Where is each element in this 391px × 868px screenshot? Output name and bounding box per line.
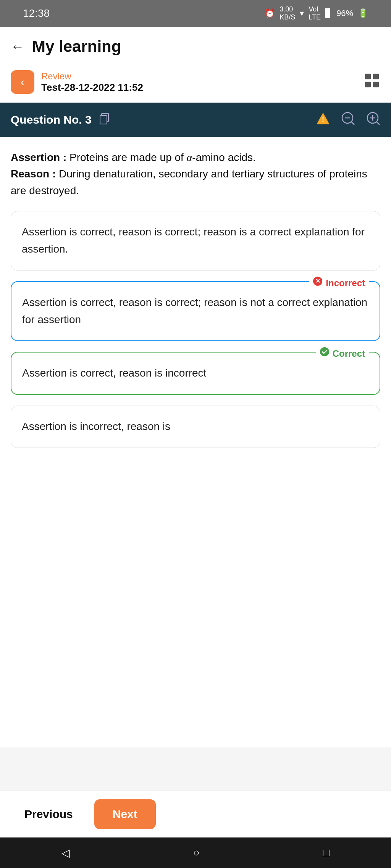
lte-icon: VolLTE bbox=[309, 5, 321, 21]
option-b[interactable]: ✕ Incorrect Assertion is correct, reason… bbox=[11, 281, 380, 341]
test-name: Test-28-12-2022 11:52 bbox=[41, 82, 143, 93]
header: ← My learning bbox=[0, 27, 391, 63]
assertion-label: Assertion : bbox=[11, 151, 66, 163]
battery-icon: 🔋 bbox=[358, 8, 368, 18]
svg-rect-1 bbox=[373, 74, 379, 79]
status-icons: ⏰ 3.00KB/S ▾ VolLTE ▊ 96% 🔋 bbox=[265, 5, 368, 21]
svg-line-14 bbox=[376, 122, 380, 125]
svg-rect-2 bbox=[365, 82, 371, 87]
question-bar-right: ! bbox=[316, 111, 380, 129]
content-area: Assertion : Proteins are made up of α-am… bbox=[0, 137, 391, 747]
zoom-out-icon[interactable] bbox=[341, 111, 355, 129]
incorrect-label: ✕ Incorrect bbox=[309, 275, 369, 291]
back-orange-button[interactable]: ‹ bbox=[11, 70, 34, 94]
option-a-text: Assertion is correct, reason is correct;… bbox=[22, 226, 365, 255]
android-recent-button[interactable]: □ bbox=[323, 847, 330, 859]
question-number: Question No. 3 bbox=[11, 113, 92, 126]
question-text: Assertion : Proteins are made up of α-am… bbox=[11, 149, 380, 199]
svg-text:✕: ✕ bbox=[315, 278, 320, 284]
copy-icon[interactable] bbox=[99, 113, 111, 127]
assertion-text: Proteins are made up of α-amino acids. bbox=[66, 151, 256, 163]
svg-rect-3 bbox=[373, 82, 379, 87]
android-back-button[interactable]: ◁ bbox=[61, 847, 70, 859]
status-bar: 12:38 ⏰ 3.00KB/S ▾ VolLTE ▊ 96% 🔋 bbox=[0, 0, 391, 27]
back-arrow-button[interactable]: ← bbox=[11, 39, 24, 55]
warning-icon[interactable]: ! bbox=[316, 112, 330, 128]
question-bar-left: Question No. 3 bbox=[11, 113, 111, 127]
reason-text: During denaturation, secondary and terti… bbox=[11, 168, 367, 196]
page-title: My learning bbox=[32, 37, 121, 56]
back-orange-icon: ‹ bbox=[21, 76, 24, 89]
alarm-icon: ⏰ bbox=[265, 8, 275, 18]
svg-point-17 bbox=[320, 347, 329, 356]
svg-rect-0 bbox=[365, 74, 371, 79]
svg-text:!: ! bbox=[322, 116, 324, 124]
incorrect-icon: ✕ bbox=[313, 276, 323, 290]
option-b-text: Assertion is correct, reason is correct;… bbox=[22, 296, 367, 325]
option-a[interactable]: Assertion is correct, reason is correct;… bbox=[11, 211, 380, 271]
incorrect-text: Incorrect bbox=[326, 276, 365, 290]
android-home-button[interactable]: ○ bbox=[193, 847, 200, 859]
option-c[interactable]: Correct Assertion is correct, reason is … bbox=[11, 352, 380, 395]
correct-text: Correct bbox=[333, 346, 365, 361]
option-d[interactable]: Assertion is incorrect, reason is bbox=[11, 406, 380, 448]
grid-icon[interactable] bbox=[364, 72, 380, 92]
review-label: Review bbox=[41, 71, 143, 82]
test-info-text: Review Test-28-12-2022 11:52 bbox=[41, 71, 143, 93]
svg-line-10 bbox=[351, 122, 354, 125]
option-d-text: Assertion is incorrect, reason is bbox=[22, 420, 170, 432]
zoom-in-icon[interactable] bbox=[366, 111, 380, 129]
svg-rect-5 bbox=[100, 116, 107, 124]
option-c-text: Assertion is correct, reason is incorrec… bbox=[22, 367, 206, 379]
next-button[interactable]: Next bbox=[94, 799, 156, 829]
status-time: 12:38 bbox=[23, 7, 50, 19]
question-bar: Question No. 3 ! bbox=[0, 103, 391, 137]
android-nav-bar: ◁ ○ □ bbox=[0, 837, 391, 868]
previous-button[interactable]: Previous bbox=[12, 799, 85, 829]
battery-text: 96% bbox=[336, 8, 353, 18]
data-speed: 3.00KB/S bbox=[280, 5, 295, 21]
signal-icon: ▊ bbox=[325, 8, 332, 18]
test-info-bar: ‹ Review Test-28-12-2022 11:52 bbox=[0, 63, 391, 103]
bottom-navigation: Previous Next bbox=[0, 791, 391, 837]
wifi-icon: ▾ bbox=[300, 8, 304, 18]
correct-icon bbox=[320, 346, 330, 361]
correct-label: Correct bbox=[316, 346, 369, 362]
reason-label: Reason : bbox=[11, 168, 56, 180]
test-info-left: ‹ Review Test-28-12-2022 11:52 bbox=[11, 70, 143, 94]
